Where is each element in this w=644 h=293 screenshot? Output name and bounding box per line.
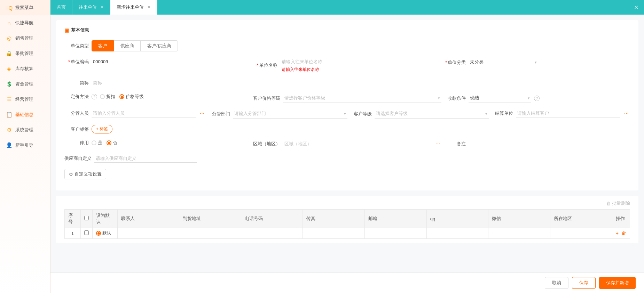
customer-price-level-select[interactable]: 请选择客户价格等级 ▾ <box>283 93 442 103</box>
default-radio[interactable]: 默认 <box>96 230 113 236</box>
phone-input[interactable] <box>245 231 299 236</box>
unit-code-label: *单位编码 <box>64 59 89 65</box>
contact-input[interactable] <box>121 231 176 236</box>
save-new-button[interactable]: 保存并新增 <box>599 277 636 289</box>
window-close-icon[interactable]: ✕ <box>628 4 644 11</box>
customer-price-level-chevron: ▾ <box>438 96 440 100</box>
delete-row-btn[interactable]: 🗑 <box>621 230 626 236</box>
sidebar-item-quick-nav[interactable]: ⌂ 快捷导航 <box>0 15 50 31</box>
th-checkbox[interactable] <box>81 210 93 228</box>
td-wechat[interactable] <box>488 228 550 239</box>
area-input[interactable] <box>554 231 608 236</box>
region-more-btn[interactable]: ··· <box>434 141 441 147</box>
sidebar-item-label: 库存核算 <box>15 66 33 72</box>
sidebar-item-operations[interactable]: ☰ 经营管理 <box>0 92 50 107</box>
sidebar-item-label: 采购管理 <box>15 50 33 57</box>
td-area[interactable] <box>550 228 612 239</box>
remarks-input[interactable] <box>469 140 630 148</box>
region-input[interactable] <box>283 140 431 148</box>
email-input[interactable] <box>368 231 423 236</box>
tab-new-contact-close[interactable]: ✕ <box>147 5 151 10</box>
manager-input[interactable] <box>92 109 196 117</box>
unit-code-input[interactable] <box>92 58 154 66</box>
th-index: 序号 <box>65 210 81 228</box>
sidebar-item-label: 搜索菜单 <box>15 5 33 11</box>
td-contact[interactable] <box>117 228 179 239</box>
add-tag-btn[interactable]: + 标签 <box>92 125 112 133</box>
payment-terms-select[interactable]: 现结 ▾ <box>469 93 531 103</box>
tab-new-contact[interactable]: 新增往来单位 ✕ <box>110 0 157 15</box>
fax-input[interactable] <box>306 231 361 236</box>
sidebar-item-label: 新手引导 <box>15 142 33 148</box>
sidebar-item-sales[interactable]: ◎ 销售管理 <box>0 31 50 46</box>
cancel-button[interactable]: 取消 <box>545 277 568 289</box>
td-email[interactable] <box>365 228 427 239</box>
department-chevron: ▾ <box>344 112 346 116</box>
batch-delete-btn[interactable]: 🗑 批量删除 <box>606 200 630 206</box>
pricing-discount-radio[interactable]: 折扣 <box>100 93 115 100</box>
settlement-unit-input[interactable] <box>516 109 620 117</box>
customer-level-chevron: ▾ <box>485 112 487 116</box>
customer-level-select[interactable]: 请选择客户等级 ▾ <box>375 109 489 119</box>
sidebar-item-basic-info[interactable]: 📋 基础信息 <box>0 107 50 122</box>
unit-category-label: *单位分类 <box>441 59 466 66</box>
manager-label: 分管人员 <box>64 110 89 116</box>
payment-terms-help-icon[interactable]: ? <box>534 96 540 101</box>
quick-nav-icon: ⌂ <box>6 19 13 26</box>
th-wechat: 微信 <box>488 210 550 228</box>
disable-radio-group: 是 否 <box>92 140 117 146</box>
sidebar-item-system[interactable]: ⚙ 系统管理 <box>0 122 50 138</box>
unit-type-both-btn[interactable]: 客户/供应商 <box>141 40 178 51</box>
sidebar-item-search[interactable]: ≡Q 搜索菜单 <box>0 0 50 15</box>
unit-name-input[interactable] <box>280 58 442 66</box>
unit-code-item: *单位编码 <box>64 58 253 66</box>
th-area: 所在地区 <box>550 210 612 228</box>
select-all-checkbox[interactable] <box>84 216 89 220</box>
department-item: 分管部门 请输入分管部门 ▾ <box>206 109 347 119</box>
remarks-label: 备注 <box>441 141 466 147</box>
wechat-input[interactable] <box>492 231 547 236</box>
manager-more-btn[interactable]: ··· <box>198 110 206 116</box>
short-name-input[interactable] <box>92 79 197 87</box>
pricing-level-radio[interactable]: 价格等级 <box>119 93 144 100</box>
sidebar-item-inventory[interactable]: ◈ 库存核算 <box>0 61 50 76</box>
pricing-help-icon[interactable]: ? <box>92 94 97 99</box>
sidebar-item-purchase[interactable]: 🔒 采购管理 <box>0 46 50 61</box>
td-phone[interactable] <box>241 228 303 239</box>
row-checkbox[interactable] <box>84 230 89 235</box>
disable-item: 停用 是 否 <box>64 140 253 146</box>
disable-yes-radio[interactable]: 是 <box>92 140 102 146</box>
custom-settings-label: 自定义项设置 <box>74 171 102 177</box>
unit-type-supplier-btn[interactable]: 供应商 <box>114 40 141 51</box>
add-row-btn[interactable]: + <box>616 230 619 236</box>
custom-settings-wrapper: ⚙ 自定义项设置 <box>64 169 630 179</box>
contacts-table: 序号 设为默认 联系人 到货地址 电话号码 传真 邮箱 qq 微信 所在地区 操… <box>64 209 630 239</box>
search-menu-icon: ≡Q <box>6 4 13 11</box>
tab-contacts[interactable]: 往来单位 ✕ <box>72 0 110 15</box>
disable-no-radio[interactable]: 否 <box>107 140 117 146</box>
td-fax[interactable] <box>303 228 365 239</box>
tab-home[interactable]: 首页 <box>50 0 72 15</box>
unit-category-chevron: ▾ <box>535 60 537 65</box>
qq-input[interactable] <box>430 231 485 236</box>
td-checkbox[interactable] <box>81 228 93 239</box>
unit-category-select[interactable]: 未分类 ▾ <box>469 58 538 67</box>
unit-type-group: 客户 供应商 客户/供应商 <box>92 40 178 51</box>
custom-settings-btn[interactable]: ⚙ 自定义项设置 <box>64 169 106 179</box>
save-button[interactable]: 保存 <box>572 277 596 289</box>
settlement-unit-more-btn[interactable]: ··· <box>623 110 630 116</box>
tab-contacts-close[interactable]: ✕ <box>100 5 104 10</box>
custom-settings-icon: ⚙ <box>69 172 73 177</box>
table-row: 1 默认 <box>65 228 630 239</box>
address-input[interactable] <box>183 231 237 236</box>
sidebar-item-guide[interactable]: 👤 新手引导 <box>0 138 50 153</box>
supplier-custom-input[interactable] <box>94 154 197 163</box>
sales-icon: ◎ <box>6 35 13 42</box>
td-address[interactable] <box>179 228 241 239</box>
unit-type-customer-btn[interactable]: 客户 <box>92 40 114 51</box>
customer-tag-row: 客户标签 + 标签 <box>64 125 630 133</box>
td-qq[interactable] <box>426 228 488 239</box>
customer-level-label: 客户等级 <box>347 111 372 117</box>
department-select[interactable]: 请输入分管部门 ▾ <box>233 109 347 119</box>
sidebar-item-finance[interactable]: 💲 资金管理 <box>0 76 50 92</box>
